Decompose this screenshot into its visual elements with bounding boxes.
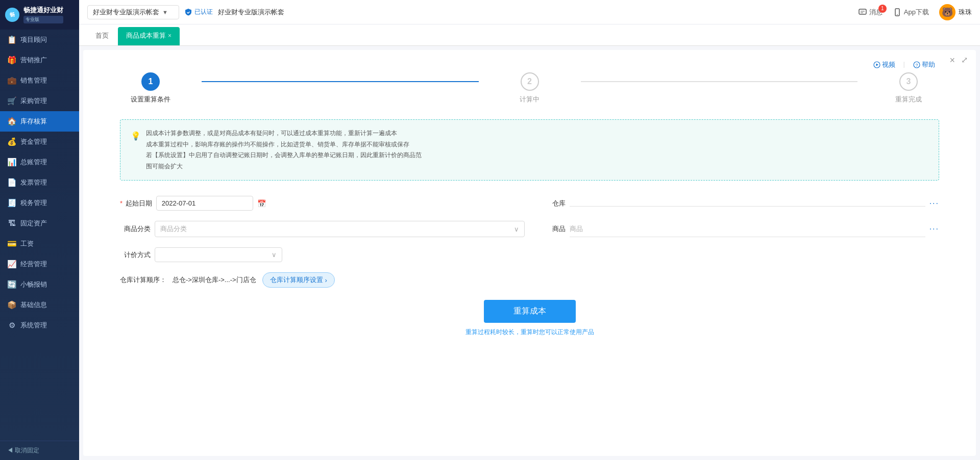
goods-label: 商品 xyxy=(535,224,566,234)
info-text: 因成本计算参数调整，或是对商品成本有疑问时，可以通过成本重算功能，重新计算一遍成… xyxy=(146,128,422,172)
calendar-icon[interactable]: 📅 xyxy=(257,199,266,208)
sidebar-item-label: 总账管理 xyxy=(20,158,47,167)
info-bulb-icon: 💡 xyxy=(131,129,141,172)
goods-input[interactable]: 商品 xyxy=(570,221,925,237)
svg-text:?: ? xyxy=(915,63,918,68)
tab-cost[interactable]: 商品成本重算 × xyxy=(118,27,180,45)
expense-icon: 🔄 xyxy=(7,280,16,289)
sidebar-item-label: 工资 xyxy=(20,239,34,248)
window-controls: × ⤢ xyxy=(949,55,968,66)
verified-badge: 已认证 xyxy=(184,8,213,16)
content-area: × ⤢ 视频 | ? 帮助 xyxy=(83,50,976,456)
sidebar-item-label: 税务管理 xyxy=(20,198,47,208)
sidebar-item-finance[interactable]: 💰 资金管理 xyxy=(0,132,79,152)
account-chevron-icon: ▼ xyxy=(162,9,168,15)
video-link[interactable]: 视频 xyxy=(873,60,895,69)
pricing-label: 计价方式 xyxy=(120,250,151,260)
mobile-icon xyxy=(893,8,902,17)
window-expand-icon[interactable]: ⤢ xyxy=(961,55,968,66)
help-links: 视频 | ? 帮助 xyxy=(873,60,935,69)
warehouse-dots-icon[interactable]: ··· xyxy=(929,199,939,208)
warehouse-order-label: 仓库计算顺序： xyxy=(120,275,166,285)
sidebar-item-basic[interactable]: 📦 基础信息 xyxy=(0,295,79,315)
sidebar-item-label: 采购管理 xyxy=(20,96,47,106)
app-download-label: App下载 xyxy=(904,8,929,17)
app-logo-icon: 畅 xyxy=(5,8,19,22)
start-date-label: * 起始日期 xyxy=(120,199,152,208)
info-line-1: 因成本计算参数调整，或是对商品成本有疑问时，可以通过成本重算功能，重新计算一遍成… xyxy=(146,128,422,139)
sidebar: 畅 畅捷通好业财 专业版 📋 项目顾问 🎁 营销推广 💼 销售管理 🛒 采购管理… xyxy=(0,0,79,460)
sidebar-item-label: 销售管理 xyxy=(20,76,47,85)
warehouse-input[interactable] xyxy=(570,200,925,207)
sidebar-item-marketing[interactable]: 🎁 营销推广 xyxy=(0,50,79,70)
form-row-3: 计价方式 ∨ xyxy=(120,247,939,262)
sidebar-item-invoice[interactable]: 📄 发票管理 xyxy=(0,172,79,193)
svg-rect-0 xyxy=(859,9,866,14)
message-button[interactable]: 消息 1 xyxy=(858,8,883,17)
main-area: 好业财专业版演示帐套 ▼ 已认证 好业财专业版演示帐套 消息 1 xyxy=(79,0,980,460)
invoice-icon: 📄 xyxy=(7,178,16,187)
app-subtitle: 专业版 xyxy=(23,16,63,23)
submit-btn-label: 重算成本 xyxy=(513,306,546,315)
sidebar-item-label: 资金管理 xyxy=(20,137,47,146)
tab-close-icon[interactable]: × xyxy=(168,32,172,39)
sidebar-item-label: 库存核算 xyxy=(20,117,47,126)
info-box: 💡 因成本计算参数调整，或是对商品成本有疑问时，可以通过成本重算功能，重新计算一… xyxy=(120,119,939,181)
app-download-button[interactable]: App下载 xyxy=(893,8,929,17)
info-line-4: 围可能会扩大 xyxy=(146,161,422,172)
topbar-right: 消息 1 App下载 🐻 珠珠 xyxy=(858,4,972,20)
sidebar-item-project[interactable]: 📋 项目顾问 xyxy=(0,30,79,50)
sidebar-item-expense[interactable]: 🔄 小畅报销 xyxy=(0,274,79,295)
sidebar-item-purchase[interactable]: 🛒 采购管理 xyxy=(0,91,79,111)
warehouse-order-value: 总仓->深圳仓库->...->门店仓 xyxy=(173,275,256,285)
user-name: 珠珠 xyxy=(959,8,972,17)
step-1-label: 设置重算条件 xyxy=(131,95,170,104)
sidebar-item-sales[interactable]: 💼 销售管理 xyxy=(0,70,79,91)
play-icon xyxy=(873,61,880,68)
start-date-input[interactable] xyxy=(156,196,253,211)
sidebar-item-payroll[interactable]: 💳 工资 xyxy=(0,234,79,254)
form-group-date: * 起始日期 📅 xyxy=(120,196,525,211)
submit-button[interactable]: 重算成本 xyxy=(484,300,576,323)
svg-point-2 xyxy=(897,14,898,15)
goods-dots-icon[interactable]: ··· xyxy=(929,224,939,234)
system-icon: ⚙ xyxy=(7,321,16,330)
sidebar-pin-toggle[interactable]: ◀ 取消固定 xyxy=(0,441,79,460)
window-close-icon[interactable]: × xyxy=(949,55,955,66)
shield-icon xyxy=(184,8,192,16)
warehouse-order-settings-button[interactable]: 仓库计算顺序设置 › xyxy=(262,272,335,288)
verified-text: 已认证 xyxy=(194,8,213,16)
warehouse-btn-label: 仓库计算顺序设置 xyxy=(270,275,323,285)
sidebar-item-system[interactable]: ⚙ 系统管理 xyxy=(0,315,79,336)
step-2: 2 计算中 xyxy=(479,72,581,104)
tab-home[interactable]: 首页 xyxy=(87,27,117,45)
sidebar-item-label: 营销推广 xyxy=(20,56,47,65)
category-chevron-icon: ∨ xyxy=(514,225,519,233)
warehouse-label: 仓库 xyxy=(535,199,566,208)
sidebar-item-tax[interactable]: 🧾 税务管理 xyxy=(0,193,79,213)
step-line-1 xyxy=(202,81,479,82)
sidebar-item-inventory[interactable]: 🏠 库存核算 xyxy=(0,111,79,132)
avatar: 🐻 xyxy=(939,4,955,20)
sidebar-item-accounting[interactable]: 📊 总账管理 xyxy=(0,152,79,172)
category-select[interactable]: 商品分类 ∨ xyxy=(155,221,525,237)
inventory-icon: 🏠 xyxy=(7,117,16,126)
sales-icon: 💼 xyxy=(7,76,16,85)
account-selector[interactable]: 好业财专业版演示帐套 ▼ xyxy=(87,5,179,19)
user-menu[interactable]: 🐻 珠珠 xyxy=(939,4,972,20)
sidebar-item-assets[interactable]: 🏗 固定资产 xyxy=(0,213,79,234)
app-title: 畅捷通好业财 xyxy=(23,6,63,14)
help-divider: | xyxy=(903,60,905,69)
sidebar-item-label: 发票管理 xyxy=(20,178,47,187)
pricing-select[interactable]: ∨ xyxy=(155,247,282,262)
pricing-chevron-icon: ∨ xyxy=(272,251,277,259)
account-name: 好业财专业版演示帐套 xyxy=(93,8,159,17)
basic-icon: 📦 xyxy=(7,300,16,310)
tab-home-label: 首页 xyxy=(95,31,109,40)
form-group-warehouse: 仓库 ··· xyxy=(535,199,940,208)
video-label: 视频 xyxy=(882,60,895,69)
sidebar-item-operations[interactable]: 📈 经营管理 xyxy=(0,254,79,274)
required-star: * xyxy=(120,199,122,207)
tabbar: 首页 商品成本重算 × xyxy=(79,24,980,46)
help-link[interactable]: ? 帮助 xyxy=(913,60,935,69)
